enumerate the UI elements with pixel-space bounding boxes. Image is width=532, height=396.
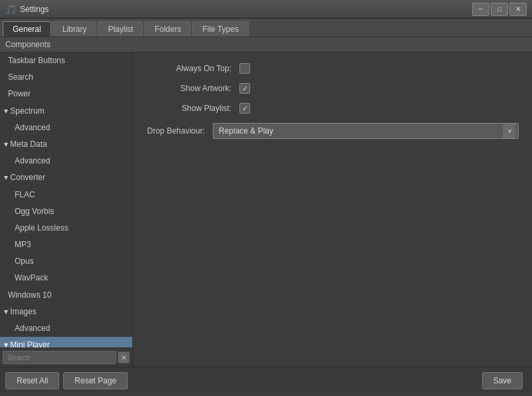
sidebar-item-windows10[interactable]: Windows 10 (0, 287, 132, 304)
sidebar-item-spectrum[interactable]: ▾ Spectrum (0, 103, 132, 120)
sidebar-item-images-advanced[interactable]: Advanced (0, 320, 132, 337)
sidebar-item-images[interactable]: ▾ Images (0, 304, 132, 320)
reset-all-button[interactable]: Reset All (5, 372, 59, 389)
show-artwork-control (239, 83, 250, 94)
bottom-bar: Reset All Reset Page Save (0, 367, 532, 393)
sidebar-item-metadata[interactable]: ▾ Meta Data (0, 136, 132, 153)
minimize-button[interactable]: ─ (472, 3, 489, 16)
sidebar-item-metadata-advanced[interactable]: Advanced (0, 153, 132, 169)
main-content: Components Taskbar Buttons Search Power … (0, 37, 532, 367)
sidebar-search-input[interactable] (3, 351, 116, 364)
sidebar-list: Taskbar Buttons Search Power ▾ Spectrum … (0, 52, 132, 347)
right-panel: Always On Top: Show Artwork: Show Playli… (133, 52, 532, 367)
reset-page-button[interactable]: Reset Page (63, 372, 128, 389)
sidebar-search-clear-button[interactable]: ✕ (118, 351, 130, 363)
show-artwork-checkbox[interactable] (239, 83, 250, 94)
close-button[interactable]: ✕ (509, 3, 527, 16)
maximize-button[interactable]: □ (491, 3, 508, 16)
sidebar-item-apple-lossless[interactable]: Apple Lossless (0, 220, 132, 237)
tab-general[interactable]: General (3, 21, 51, 37)
always-on-top-label: Always On Top: (146, 64, 239, 73)
show-playlist-label: Show Playlist: (146, 104, 239, 113)
sidebar-item-wavpack[interactable]: WavPack (0, 270, 132, 286)
show-playlist-row: Show Playlist: (146, 103, 519, 114)
show-playlist-control (239, 103, 250, 114)
sidebar-item-flac[interactable]: FLAC (0, 187, 132, 203)
drop-behaviour-value: Replace & Play (219, 126, 273, 136)
sidebar-item-converter[interactable]: ▾ Converter (0, 169, 132, 186)
sidebar-item-spectrum-advanced[interactable]: Advanced (0, 120, 132, 136)
sidebar: Taskbar Buttons Search Power ▾ Spectrum … (0, 52, 133, 367)
drop-behaviour-dropdown-arrow: ▼ (503, 124, 515, 138)
drop-behaviour-row: Drop Behaviour: Replace & Play ▼ (146, 123, 519, 139)
content-area: Taskbar Buttons Search Power ▾ Spectrum … (0, 52, 532, 367)
sidebar-item-opus[interactable]: Opus (0, 253, 132, 270)
show-playlist-checkbox[interactable] (239, 103, 250, 114)
drop-behaviour-label: Drop Behaviour: (146, 126, 213, 136)
show-artwork-label: Show Artwork: (146, 84, 239, 93)
show-artwork-row: Show Artwork: (146, 83, 519, 94)
tab-folders[interactable]: Folders (144, 21, 191, 37)
sidebar-search: ✕ (0, 347, 132, 367)
window-controls: ─ □ ✕ (472, 3, 527, 16)
sidebar-item-mini-player[interactable]: ▾ Mini Player (0, 337, 132, 347)
title-bar: 🎵 Settings ─ □ ✕ (0, 0, 532, 19)
always-on-top-row: Always On Top: (146, 63, 519, 74)
tab-library[interactable]: Library (53, 21, 97, 37)
sidebar-item-power[interactable]: Power (0, 86, 132, 102)
sidebar-item-search[interactable]: Search (0, 69, 132, 86)
tab-bar: General Library Playlist Folders File Ty… (0, 19, 532, 37)
sidebar-item-ogg-vorbis[interactable]: Ogg Vorbis (0, 203, 132, 220)
window-title: Settings (20, 5, 472, 14)
tab-filetypes[interactable]: File Types (192, 21, 248, 37)
drop-behaviour-control: Replace & Play ▼ (213, 123, 519, 139)
components-header: Components (0, 37, 532, 52)
sidebar-item-taskbar-buttons[interactable]: Taskbar Buttons (0, 52, 132, 69)
save-button[interactable]: Save (482, 372, 523, 389)
drop-behaviour-select[interactable]: Replace & Play ▼ (213, 123, 519, 139)
tab-playlist[interactable]: Playlist (98, 21, 143, 37)
sidebar-item-mp3[interactable]: MP3 (0, 237, 132, 253)
always-on-top-checkbox[interactable] (239, 63, 250, 74)
app-icon: 🎵 (5, 4, 16, 15)
always-on-top-control (239, 63, 250, 74)
